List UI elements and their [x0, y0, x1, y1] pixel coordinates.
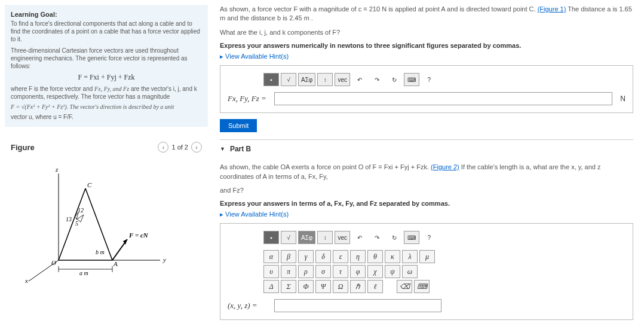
- greek-γ[interactable]: γ: [298, 250, 314, 263]
- learning-p3: where F is the force vector and Fx, Fy, …: [11, 85, 202, 100]
- formula-2: F = √(Fx² + Fy² + Fz²). The vector's dir…: [11, 103, 202, 111]
- greek-λ[interactable]: λ: [402, 250, 418, 263]
- greek-α[interactable]: α: [263, 250, 279, 263]
- formula-1: F = Fxi + Fyj + Fzk: [11, 73, 202, 82]
- part-a-submit-button[interactable]: Submit: [220, 119, 257, 132]
- greek-ρ[interactable]: ρ: [298, 265, 314, 278]
- reset-button-b[interactable]: ↻: [387, 231, 402, 244]
- greek-σ[interactable]: σ: [315, 265, 331, 278]
- greek-η[interactable]: η: [350, 250, 366, 263]
- sqrt-button[interactable]: √: [281, 73, 296, 86]
- part-a-unit: N: [620, 95, 625, 103]
- part-a-input[interactable]: [274, 92, 612, 105]
- reset-button[interactable]: ↻: [387, 73, 402, 86]
- part-a-label: Fx, Fy, Fz =: [228, 94, 269, 103]
- figure-2-link[interactable]: (Figure 2): [431, 163, 459, 170]
- greek-Φ[interactable]: Φ: [298, 280, 314, 293]
- greek-θ[interactable]: θ: [367, 250, 383, 263]
- greek-Σ[interactable]: Σ: [281, 280, 296, 293]
- help-button-b[interactable]: ?: [421, 231, 437, 244]
- greek-π[interactable]: π: [281, 265, 296, 278]
- svg-text:x: x: [24, 277, 28, 284]
- svg-line-5: [59, 188, 85, 260]
- part-b-instructions: Express your answers in terms of a, Fx, …: [220, 200, 633, 207]
- pager-text: 1 of 2: [171, 144, 188, 151]
- figure-1-link[interactable]: (Figure 1): [538, 5, 566, 13]
- redo-button[interactable]: ↷: [369, 73, 385, 86]
- svg-text:O: O: [51, 259, 56, 266]
- svg-text:5: 5: [75, 220, 78, 227]
- keyboard-button[interactable]: ⌨: [404, 73, 419, 86]
- part-b-header[interactable]: ▼ Part B: [220, 139, 633, 158]
- vec-button[interactable]: vec: [335, 73, 350, 86]
- help-button[interactable]: ?: [421, 73, 437, 86]
- greek-β[interactable]: β: [281, 250, 296, 263]
- greek-κ[interactable]: κ: [385, 250, 400, 263]
- mini-keyboard-button[interactable]: ⌨: [414, 280, 430, 293]
- template-button[interactable]: ▪: [263, 73, 279, 86]
- learning-p1: To find a force's directional components…: [11, 20, 202, 43]
- arrows-button-b[interactable]: ↕: [317, 231, 333, 244]
- sqrt-button-b[interactable]: √: [281, 231, 296, 244]
- part-a-hints-link[interactable]: View Available Hint(s): [220, 53, 633, 60]
- template-button-b[interactable]: ▪: [263, 231, 279, 244]
- part-a-intro: As shown, a force vector F with a magnit…: [220, 5, 633, 23]
- greek-ℏ[interactable]: ℏ: [350, 280, 366, 293]
- next-figure-button[interactable]: ›: [191, 142, 202, 153]
- svg-text:13: 13: [66, 216, 72, 223]
- svg-text:z: z: [55, 166, 59, 173]
- part-b-toolbar: ▪ √ ΑΣφ ↕ vec ↶ ↷ ↻ ⌨ ?: [228, 231, 625, 244]
- figure-title: Figure: [11, 143, 35, 152]
- part-a-answer-box: ▪ √ ΑΣφ ↕ vec ↶ ↷ ↻ ⌨ ? Fx, Fy, Fz = N: [220, 65, 633, 113]
- part-b-intro: As shown, the cable OA exerts a force on…: [220, 163, 633, 181]
- greek-ψ[interactable]: ψ: [385, 265, 400, 278]
- svg-text:b m: b m: [96, 249, 105, 255]
- part-b-title: Part B: [230, 145, 251, 153]
- greek-button[interactable]: ΑΣφ: [298, 73, 315, 86]
- greek-χ[interactable]: χ: [367, 265, 383, 278]
- greek-ℓ[interactable]: ℓ: [367, 280, 383, 293]
- greek-palette: αβγδεηθκλμ υπρστφχψω ΔΣΦΨΩℏℓ⌫⌨: [228, 250, 625, 293]
- greek-τ[interactable]: τ: [333, 265, 348, 278]
- figure-diagram: z C 13 12 5 F = cN b m O A y a m x: [11, 159, 202, 291]
- backspace-button[interactable]: ⌫: [397, 280, 412, 293]
- learning-p4: vector u, where u = F/F.: [11, 113, 202, 121]
- learning-goal-box: Learning Goal: To find a force's directi…: [5, 5, 208, 127]
- greek-μ[interactable]: μ: [419, 250, 435, 263]
- part-b-hints-link[interactable]: View Available Hint(s): [220, 211, 633, 218]
- collapse-icon: ▼: [220, 146, 225, 152]
- arrows-button[interactable]: ↕: [317, 73, 333, 86]
- greek-Ψ[interactable]: Ψ: [315, 280, 331, 293]
- greek-Δ[interactable]: Δ: [263, 280, 279, 293]
- greek-button-b[interactable]: ΑΣφ: [298, 231, 315, 244]
- part-a-instructions: Express your answers numerically in newt…: [220, 42, 633, 49]
- svg-text:12: 12: [78, 207, 84, 214]
- keyboard-button-b[interactable]: ⌨: [404, 231, 419, 244]
- part-b-answer-box: ▪ √ ΑΣφ ↕ vec ↶ ↷ ↻ ⌨ ? αβγδεηθκλμ υπρστ…: [220, 223, 633, 320]
- prev-figure-button[interactable]: ‹: [158, 142, 168, 153]
- greek-Ω[interactable]: Ω: [333, 280, 348, 293]
- learning-p2: Three-dimensional Cartesian force vector…: [11, 47, 202, 70]
- vec-button-b[interactable]: vec: [335, 231, 350, 244]
- greek-φ[interactable]: φ: [350, 265, 366, 278]
- undo-button[interactable]: ↶: [352, 73, 367, 86]
- greek-ε[interactable]: ε: [333, 250, 348, 263]
- figure-pager: ‹ 1 of 2 ›: [158, 142, 202, 153]
- undo-button-b[interactable]: ↶: [352, 231, 367, 244]
- svg-text:A: A: [113, 260, 118, 267]
- greek-ω[interactable]: ω: [402, 265, 418, 278]
- part-b-label: (x, y, z) =: [228, 301, 269, 310]
- svg-text:a m: a m: [79, 270, 88, 276]
- part-b-intro3: and Fz?: [220, 186, 633, 195]
- redo-button-b[interactable]: ↷: [369, 231, 385, 244]
- svg-text:C: C: [87, 181, 92, 188]
- svg-text:y: y: [162, 256, 166, 263]
- figure-panel: Figure ‹ 1 of 2 ›: [5, 136, 208, 297]
- greek-δ[interactable]: δ: [315, 250, 331, 263]
- learning-title: Learning Goal:: [11, 11, 57, 18]
- part-a-question: What are the i, j, and k components of F…: [220, 28, 633, 37]
- greek-υ[interactable]: υ: [263, 265, 279, 278]
- part-a-toolbar: ▪ √ ΑΣφ ↕ vec ↶ ↷ ↻ ⌨ ?: [228, 73, 625, 86]
- part-b-input[interactable]: [274, 299, 441, 312]
- svg-text:F = cN: F = cN: [128, 231, 149, 239]
